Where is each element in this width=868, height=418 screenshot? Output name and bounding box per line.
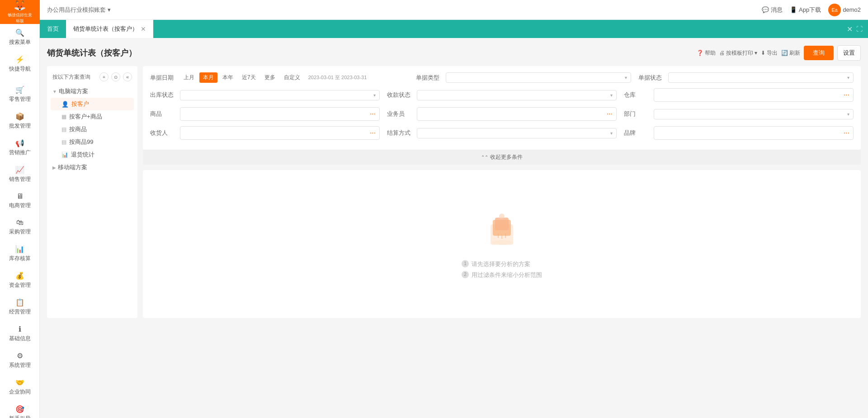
- dept-label: 部门: [624, 110, 651, 118]
- consignee-dots[interactable]: ···: [370, 129, 376, 137]
- warehouse-dots[interactable]: ···: [844, 91, 849, 99]
- warehouse-select[interactable]: ···: [654, 88, 854, 102]
- empty-state: 1 请先选择要分析的方案 2 用过滤条件来缩小分析范围: [143, 170, 861, 318]
- help-label: 帮助: [705, 49, 716, 57]
- order-status-select[interactable]: ▾: [668, 72, 854, 83]
- scheme-item-customer-goods[interactable]: ▦ 按客户+商品: [51, 110, 134, 123]
- goods-icon: ▤: [61, 126, 66, 133]
- sidebar-item-sales[interactable]: 📈 销售管理: [0, 161, 39, 188]
- scheme-item-goods[interactable]: ▤ 按商品: [51, 123, 134, 136]
- window-maximize-icon[interactable]: ⛶: [856, 25, 863, 33]
- out-status-select[interactable]: ▾: [180, 90, 380, 100]
- consignee-select[interactable]: ···: [180, 126, 380, 140]
- sidebar-item-basic-info[interactable]: ℹ 基础信息: [0, 320, 39, 347]
- avatar-text: Ea: [832, 7, 838, 13]
- scheme-item-returns[interactable]: 📊 退货统计: [51, 148, 134, 161]
- staff-select[interactable]: ···: [417, 107, 617, 121]
- scheme-item-customer-goods-label: 按客户+商品: [69, 113, 102, 121]
- scheme-edit-btn[interactable]: ⊙: [111, 72, 120, 81]
- dept-select[interactable]: ▾: [654, 109, 854, 119]
- template-print-btn[interactable]: 🖨 按模板打印 ▾: [719, 49, 757, 57]
- window-close-icon[interactable]: ✕: [847, 25, 853, 33]
- tab-sales-stats[interactable]: 销货单统计表（按客户） ✕: [66, 20, 153, 38]
- sidebar-item-collab[interactable]: 🤝 企业协同: [0, 374, 39, 400]
- empty-tip-1-text: 请先选择要分析的方案: [472, 260, 530, 268]
- scheme-mobile-label: 移动端方案: [58, 163, 87, 171]
- settlement-select[interactable]: ▾: [417, 128, 617, 138]
- sidebar-item-purchase[interactable]: 🛍 采购管理: [0, 214, 39, 240]
- out-status-chevron: ▾: [373, 93, 376, 98]
- sidebar-item-retail[interactable]: 🛒 零售管理: [0, 81, 39, 108]
- sidebar-item-system[interactable]: ⚙ 系统管理: [0, 347, 39, 374]
- edit-icon: ⊙: [114, 75, 118, 80]
- svg-point-7: [492, 240, 512, 245]
- topbar-left: 办公用品行业模拟账套 ▾: [47, 6, 111, 14]
- sidebar-search-label: 搜索菜单: [9, 38, 31, 46]
- goods-dots[interactable]: ···: [370, 110, 376, 118]
- collapse-filters-btn[interactable]: ⌃⌃ 收起更多条件: [143, 150, 861, 165]
- sidebar-quick-nav[interactable]: ⚡ 快捷导航: [0, 51, 39, 77]
- scheme-item-customer[interactable]: 👤 按客户: [51, 98, 134, 110]
- export-label: 导出: [767, 49, 778, 57]
- scheme-item-customer-label: 按客户: [71, 100, 89, 108]
- sidebar-item-guide[interactable]: 🎯 新手引导: [0, 400, 39, 418]
- brand-select[interactable]: ···: [654, 126, 854, 140]
- message-btn[interactable]: 💬 消息: [762, 6, 783, 14]
- user-profile[interactable]: Ea demo2: [828, 4, 861, 16]
- layout-body: 按以下方案查询 + ⊙ «: [47, 66, 861, 318]
- sidebar-item-ecommerce[interactable]: 🖥 电商管理: [0, 188, 39, 214]
- scheme-collapse-btn[interactable]: «: [123, 72, 132, 81]
- query-button[interactable]: 查询: [804, 46, 834, 60]
- brand-label: 品牌: [624, 129, 651, 137]
- account-dropdown[interactable]: 办公用品行业模拟账套 ▾: [47, 6, 111, 14]
- brand-dots[interactable]: ···: [844, 129, 849, 137]
- scheme-item-goods99[interactable]: ▤ 按商品99: [51, 136, 134, 148]
- sidebar: 🦊 畅捷信好生意 标版 🔍 搜索菜单 ⚡ 快捷导航 🛒 零售管理 📦 批发管理 …: [0, 0, 40, 418]
- sidebar-item-finance[interactable]: 💰 资金管理: [0, 267, 39, 294]
- app-download-btn[interactable]: 📱 App下载: [790, 6, 821, 14]
- date-7days[interactable]: 近7天: [238, 72, 259, 83]
- tab-close-icon[interactable]: ✕: [141, 25, 146, 33]
- receive-status-select[interactable]: ▾: [417, 90, 617, 100]
- date-this-month[interactable]: 本月: [199, 72, 217, 83]
- sales-icon: 📈: [15, 166, 24, 174]
- refresh-label: 刷新: [789, 49, 800, 57]
- help-btn[interactable]: ❓ 帮助: [697, 49, 716, 57]
- tab-home[interactable]: 首页: [40, 20, 66, 38]
- sidebar-quick-nav-label: 快捷导航: [9, 65, 31, 73]
- collapse-label: 收起更多条件: [490, 153, 523, 161]
- settings-button[interactable]: 设置: [837, 45, 861, 61]
- date-custom[interactable]: 自定义: [280, 72, 304, 83]
- export-btn[interactable]: ⬇ 导出: [761, 49, 778, 57]
- staff-dots[interactable]: ···: [607, 110, 613, 118]
- date-last-month[interactable]: 上月: [180, 72, 198, 83]
- scheme-panel-header: 按以下方案查询 + ⊙ «: [47, 70, 137, 85]
- print-dropdown-icon: ▾: [755, 50, 757, 56]
- scheme-mobile-toggle[interactable]: ▶ 移动端方案: [51, 161, 134, 174]
- sidebar-item-management[interactable]: 📋 经营管理: [0, 294, 39, 320]
- order-type-select[interactable]: ▾: [446, 72, 631, 83]
- sidebar-item-wholesale[interactable]: 📦 批发管理: [0, 108, 39, 134]
- svg-point-3: [499, 214, 505, 219]
- management-icon: 📋: [15, 298, 24, 307]
- empty-illustration: [479, 206, 524, 253]
- date-this-year[interactable]: 本年: [219, 72, 237, 83]
- empty-tip-2: 2 用过滤条件来缩小分析范围: [462, 271, 542, 279]
- sidebar-search[interactable]: 🔍 搜索菜单: [0, 24, 39, 51]
- settlement-chevron: ▾: [610, 131, 613, 136]
- username: demo2: [843, 6, 861, 13]
- sidebar-item-inventory[interactable]: 📊 库存核算: [0, 240, 39, 267]
- scheme-add-btn[interactable]: +: [99, 72, 108, 81]
- scheme-desktop-toggle[interactable]: ▼ 电脑端方案: [51, 85, 134, 98]
- receive-status-label: 收款状态: [387, 91, 414, 99]
- scheme-panel: 按以下方案查询 + ⊙ «: [47, 66, 137, 318]
- refresh-btn[interactable]: 🔄 刷新: [781, 49, 800, 57]
- goods-select[interactable]: ···: [180, 107, 380, 121]
- sidebar-system-label: 系统管理: [9, 361, 31, 369]
- goods99-icon: ▤: [61, 139, 66, 145]
- order-type-label: 单据类型: [416, 74, 443, 82]
- page-header-actions: ❓ 帮助 🖨 按模板打印 ▾ ⬇ 导出 🔄 刷新: [697, 45, 861, 61]
- sidebar-item-marketing[interactable]: 📢 营销推广: [0, 134, 39, 161]
- date-more[interactable]: 更多: [261, 72, 279, 83]
- customer-scheme-icon: 👤: [61, 101, 69, 108]
